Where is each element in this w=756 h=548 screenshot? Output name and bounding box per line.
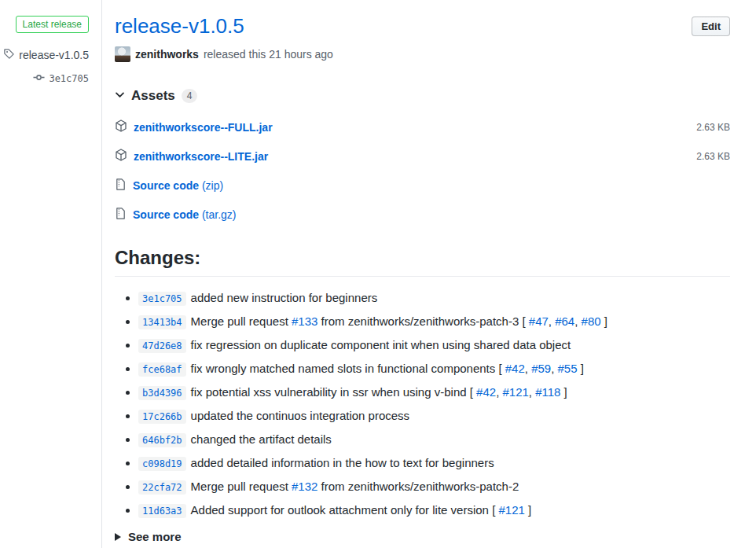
asset-row: zenithworkscore--LITE.jar2.63 KB bbox=[115, 150, 730, 163]
release-page: Latest release release-v1.0.5 3e1c705 bbox=[0, 0, 756, 548]
asset-link-suffix: (zip) bbox=[199, 179, 223, 192]
asset-row: Source code (zip) bbox=[115, 179, 730, 192]
commit-hash-link[interactable]: 13413b4 bbox=[138, 315, 186, 329]
issue-link[interactable]: #64 bbox=[555, 314, 574, 328]
issue-link[interactable]: #42 bbox=[505, 362, 525, 375]
commit-hash-link[interactable]: 11d63a3 bbox=[138, 504, 186, 518]
change-text: changed the artifact details bbox=[191, 432, 332, 446]
changes-heading: Changes: bbox=[115, 247, 730, 277]
issue-link[interactable]: #118 bbox=[535, 385, 560, 399]
avatar[interactable] bbox=[115, 46, 130, 62]
changes-list: 3e1c705added new instruction for beginne… bbox=[115, 289, 730, 520]
change-text: ] bbox=[601, 314, 607, 328]
change-text: added detailed information in the how to… bbox=[191, 456, 494, 469]
change-text: , bbox=[529, 385, 535, 399]
issue-link[interactable]: #59 bbox=[531, 362, 551, 375]
commit-hash-link[interactable]: 22cfa72 bbox=[138, 480, 186, 495]
issue-link[interactable]: #42 bbox=[476, 385, 496, 399]
git-commit-icon bbox=[33, 72, 45, 86]
change-item: 11d63a3Added support for outlook attachm… bbox=[138, 502, 730, 520]
change-item: 17c266bupdated the continuos integration… bbox=[138, 407, 730, 425]
triangle-right-icon bbox=[115, 533, 121, 541]
issue-link[interactable]: #80 bbox=[582, 314, 601, 328]
change-text: updated the continuos integration proces… bbox=[191, 409, 410, 422]
release-sidebar: Latest release release-v1.0.5 3e1c705 bbox=[0, 0, 102, 548]
change-text: from zenithworks/zenithworks-patch-3 [ bbox=[317, 314, 528, 328]
package-icon bbox=[115, 149, 134, 164]
assets-count-badge: 4 bbox=[182, 89, 198, 103]
change-text: , bbox=[574, 314, 581, 328]
file-zip-icon bbox=[115, 178, 133, 193]
change-text: fix potential xss vulnerability in ssr w… bbox=[191, 385, 477, 399]
release-main: release-v1.0.5 Edit zenithworks released… bbox=[102, 0, 756, 548]
change-item: fce68affix wrongly matched named slots i… bbox=[138, 360, 730, 378]
change-text: added new instruction for beginners bbox=[191, 291, 378, 304]
change-item: 47d26e8fix regression on duplicate compo… bbox=[138, 337, 730, 355]
asset-link-suffix: (tar.gz) bbox=[199, 208, 236, 221]
change-text: ] bbox=[578, 362, 584, 375]
release-commit-label: 3e1c705 bbox=[49, 73, 89, 84]
change-text: Merge pull request bbox=[191, 314, 292, 328]
issue-link[interactable]: #47 bbox=[529, 314, 549, 328]
commit-hash-link[interactable]: 3e1c705 bbox=[138, 292, 186, 306]
asset-size: 2.63 KB bbox=[696, 151, 730, 162]
release-title: release-v1.0.5 bbox=[115, 13, 244, 39]
release-tag-label: release-v1.0.5 bbox=[19, 49, 89, 61]
change-text: ] bbox=[560, 385, 567, 399]
change-text: , bbox=[551, 362, 557, 375]
see-more-label: See more bbox=[128, 530, 182, 543]
change-text: Added support for outlook attachment onl… bbox=[191, 503, 499, 517]
change-item: 646bf2bchanged the artifact details bbox=[138, 431, 730, 449]
change-text: ] bbox=[525, 503, 531, 517]
release-tag-row: release-v1.0.5 bbox=[0, 48, 89, 62]
change-item: c098d19added detailed information in the… bbox=[138, 454, 730, 473]
change-item: 22cfa72Merge pull request #132 from zeni… bbox=[138, 478, 730, 496]
asset-link[interactable]: Source code (tar.gz) bbox=[133, 208, 237, 221]
change-text: fix wrongly matched named slots in funct… bbox=[191, 362, 505, 375]
change-item: 3e1c705added new instruction for beginne… bbox=[138, 289, 730, 307]
commit-hash-link[interactable]: 646bf2b bbox=[138, 433, 186, 447]
change-item: b3d4396fix potential xss vulnerability i… bbox=[138, 384, 730, 402]
issue-link[interactable]: #121 bbox=[502, 385, 528, 399]
edit-button[interactable]: Edit bbox=[692, 17, 730, 36]
see-more-toggle[interactable]: See more bbox=[115, 530, 730, 543]
author-name[interactable]: zenithworks bbox=[135, 48, 199, 61]
commit-hash-link[interactable]: fce68af bbox=[138, 362, 186, 377]
asset-list: zenithworkscore--FULL.jar2.63 KBzenithwo… bbox=[115, 121, 730, 221]
assets-toggle[interactable]: Assets 4 bbox=[115, 88, 730, 104]
issue-link[interactable]: #121 bbox=[498, 503, 524, 517]
package-icon bbox=[115, 120, 134, 135]
asset-link[interactable]: Source code (zip) bbox=[133, 179, 223, 192]
asset-link[interactable]: zenithworkscore--LITE.jar bbox=[134, 150, 268, 163]
asset-size: 2.63 KB bbox=[696, 122, 730, 133]
change-text: , bbox=[549, 314, 555, 328]
issue-link[interactable]: #133 bbox=[292, 314, 317, 328]
commit-hash-link[interactable]: 17c266b bbox=[138, 410, 186, 424]
asset-row: zenithworkscore--FULL.jar2.63 KB bbox=[115, 121, 730, 134]
release-byline: zenithworks released this 21 hours ago bbox=[115, 46, 730, 62]
commit-hash-link[interactable]: b3d4396 bbox=[138, 386, 186, 400]
issue-link[interactable]: #132 bbox=[292, 480, 317, 493]
latest-release-badge: Latest release bbox=[16, 16, 89, 33]
asset-link[interactable]: zenithworkscore--FULL.jar bbox=[134, 121, 273, 134]
change-item: 13413b4Merge pull request #133 from zeni… bbox=[138, 313, 730, 331]
tag-icon bbox=[3, 48, 15, 62]
issue-link[interactable]: #55 bbox=[558, 362, 578, 375]
commit-hash-link[interactable]: 47d26e8 bbox=[138, 339, 186, 353]
asset-row: Source code (tar.gz) bbox=[115, 208, 730, 221]
release-commit-row[interactable]: 3e1c705 bbox=[0, 72, 89, 86]
release-time-text: released this 21 hours ago bbox=[204, 48, 333, 61]
commit-hash-link[interactable]: c098d19 bbox=[138, 457, 186, 471]
change-text: from zenithworks/zenithworks-patch-2 bbox=[317, 480, 519, 493]
chevron-down-icon bbox=[115, 89, 125, 103]
change-text: , bbox=[525, 362, 531, 375]
change-text: fix regression on duplicate component in… bbox=[191, 338, 571, 351]
assets-heading: Assets bbox=[131, 88, 175, 104]
file-zip-icon bbox=[115, 208, 133, 223]
change-text: Merge pull request bbox=[191, 480, 292, 493]
